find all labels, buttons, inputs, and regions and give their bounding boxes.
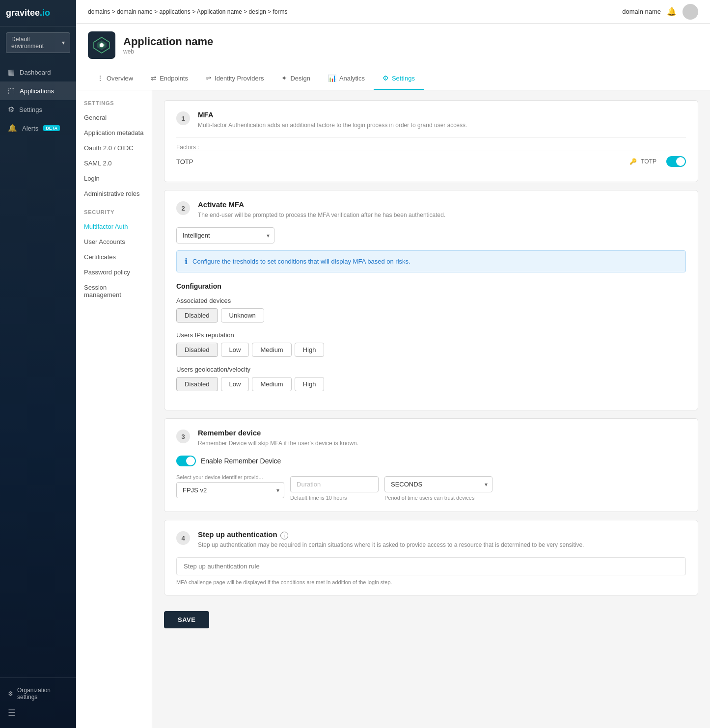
mfa-header: 1 MFA Multi-factor Authentication adds a… [176, 110, 686, 130]
device-provider-group: Select your device identifier provid... … [176, 474, 284, 498]
nav-item-admin-roles[interactable]: Administrative roles [76, 186, 152, 201]
users-geo-medium-btn[interactable]: Medium [252, 377, 291, 391]
nav-item-saml[interactable]: SAML 2.0 [76, 156, 152, 171]
users-geo-disabled-btn[interactable]: Disabled [176, 377, 218, 391]
duration-input[interactable] [290, 476, 379, 492]
nav-item-user-accounts[interactable]: User Accounts [76, 234, 152, 249]
dashboard-icon: ▦ [8, 68, 15, 77]
nav-item-general[interactable]: General [76, 110, 152, 125]
step-up-help: MFA challenge page will be displayed if … [176, 579, 686, 585]
users-ips-medium-btn[interactable]: Medium [252, 343, 291, 357]
svg-point-4 [100, 43, 104, 47]
sidebar-item-settings[interactable]: ⚙ Settings [0, 100, 76, 119]
users-geo-section: Users geolocation/velocity Disabled Low … [176, 366, 686, 391]
totp-toggle[interactable] [666, 156, 686, 167]
device-provider-select[interactable]: FPJS v2 Other [176, 482, 284, 498]
nav-item-app-metadata[interactable]: Application metadata [76, 125, 152, 140]
totp-row: TOTP 🔑 TOTP [176, 151, 686, 172]
nav-item-password-policy[interactable]: Password policy [76, 265, 152, 280]
logo-area: gravitee.io [0, 0, 76, 27]
totp-label: TOTP [176, 158, 629, 165]
save-section: SAVE [164, 603, 698, 640]
sidebar-item-applications[interactable]: ⬚ Applications [0, 81, 76, 100]
users-geo-low-btn[interactable]: Low [221, 377, 249, 391]
settings-nav: SETTINGS General Application metadata Oa… [76, 90, 152, 728]
app-name: Application name [123, 35, 213, 48]
users-geo-label: Users geolocation/velocity [176, 366, 686, 373]
save-button[interactable]: SAVE [164, 611, 209, 628]
enable-remember-device-row: Enable Remember Device [176, 456, 686, 466]
step-up-info-icon: i [280, 532, 288, 539]
remember-device-header: 3 Remember device Remember Device will s… [176, 429, 686, 448]
settings-section-label: SETTINGS [76, 100, 152, 110]
users-ips-disabled-btn[interactable]: Disabled [176, 343, 218, 357]
security-section-label: SECURITY [76, 209, 152, 219]
tab-design[interactable]: ✦ Design [273, 67, 319, 90]
users-ips-buttons: Disabled Low Medium High [176, 343, 686, 357]
users-ips-high-btn[interactable]: High [295, 343, 325, 357]
page-content: 1 MFA Multi-factor Authentication adds a… [152, 90, 710, 728]
step-up-rule-input[interactable] [176, 557, 686, 575]
nav-item-certificates[interactable]: Certificates [76, 249, 152, 265]
sidebar-item-dashboard[interactable]: ▦ Dashboard [0, 63, 76, 81]
tab-settings[interactable]: ⚙ Settings [374, 67, 424, 90]
totp-icon-area: 🔑 TOTP [629, 158, 656, 165]
notification-bell-icon[interactable]: 🔔 [667, 7, 677, 16]
duration-group: Default time is 10 hours [290, 474, 379, 502]
nav-item-session-mgmt[interactable]: Session management [76, 280, 152, 302]
activate-mfa-desc: The end-user will be prompted to process… [198, 211, 445, 219]
info-circle-icon: ℹ [185, 257, 188, 266]
users-ips-section: Users IPs reputation Disabled Low Medium… [176, 331, 686, 357]
nav-item-mfa[interactable]: Multifactor Auth [76, 219, 152, 234]
activate-mfa-header: 2 Activate MFA The end-user will be prom… [176, 200, 686, 219]
associated-devices-unknown-btn[interactable]: Unknown [221, 308, 264, 323]
users-ips-label: Users IPs reputation [176, 331, 686, 339]
tab-identity-providers[interactable]: ⇌ Identity Providers [197, 67, 273, 90]
associated-devices: Associated devices Disabled Unknown [176, 297, 686, 323]
mfa-mode-select-wrapper: Intelligent Required Optional None ▾ [176, 227, 274, 243]
mfa-mode-select[interactable]: Intelligent Required Optional None [176, 227, 274, 243]
mfa-info: MFA Multi-factor Authentication adds an … [198, 110, 467, 130]
step-up-info: Step up authentication i Step up authent… [198, 530, 584, 549]
associated-devices-disabled-btn[interactable]: Disabled [176, 308, 218, 323]
applications-icon: ⬚ [8, 86, 15, 95]
tabs: ⋮ Overview ⇄ Endpoints ⇌ Identity Provid… [76, 67, 710, 90]
users-ips-low-btn[interactable]: Low [221, 343, 249, 357]
logo: gravitee.io [6, 8, 70, 18]
tab-endpoints[interactable]: ⇄ Endpoints [142, 67, 197, 90]
mfa-number: 1 [176, 111, 190, 125]
org-settings-button[interactable]: ⚙ Organization settings [6, 684, 70, 703]
app-logo [88, 31, 115, 59]
remember-device-enable-label: Enable Remember Device [201, 457, 281, 465]
alerts-icon: 🔔 [8, 124, 17, 133]
nav-item-login[interactable]: Login [76, 171, 152, 186]
tab-overview[interactable]: ⋮ Overview [88, 67, 142, 90]
user-avatar[interactable] [683, 4, 698, 20]
users-geo-high-btn[interactable]: High [295, 377, 325, 391]
menu-icon[interactable]: ☰ [6, 703, 70, 722]
activate-mfa-section: 2 Activate MFA The end-user will be prom… [164, 190, 698, 410]
configuration-section: Configuration Associated devices Disable… [176, 282, 686, 391]
step-up-number: 4 [176, 531, 190, 545]
duration-help: Default time is 10 hours [290, 494, 379, 502]
settings-tab-icon: ⚙ [382, 74, 389, 82]
mfa-info-banner: ℹ Configure the tresholds to set conditi… [176, 250, 686, 272]
nav-item-oauth[interactable]: Oauth 2.0 / OIDC [76, 140, 152, 156]
overview-icon: ⋮ [97, 74, 104, 82]
environment-selector[interactable]: Default environment ▾ [6, 32, 70, 53]
seconds-select[interactable]: SECONDS MINUTES HOURS DAYS [384, 476, 492, 492]
period-help: Period of time users can trust devices [384, 494, 492, 502]
step-up-desc: Step up authentication may be required i… [198, 540, 584, 549]
app-type: web [123, 48, 213, 55]
main-area: domains > domain name > applications > A… [76, 0, 710, 728]
domain-name: domain name [622, 8, 661, 15]
device-fields: Select your device identifier provid... … [176, 474, 686, 502]
content-area: SETTINGS General Application metadata Oa… [76, 90, 710, 728]
nav-items: ▦ Dashboard ⬚ Applications ⚙ Settings 🔔 … [0, 59, 76, 677]
device-provider-label: Select your device identifier provid... [176, 474, 284, 480]
remember-device-toggle[interactable] [176, 456, 196, 466]
tab-analytics[interactable]: 📊 Analytics [319, 67, 374, 90]
sidebar-item-alerts[interactable]: 🔔 Alerts BETA [0, 119, 76, 137]
activate-mfa-info: Activate MFA The end-user will be prompt… [198, 200, 445, 219]
breadcrumb: domains > domain name > applications > A… [88, 8, 288, 15]
